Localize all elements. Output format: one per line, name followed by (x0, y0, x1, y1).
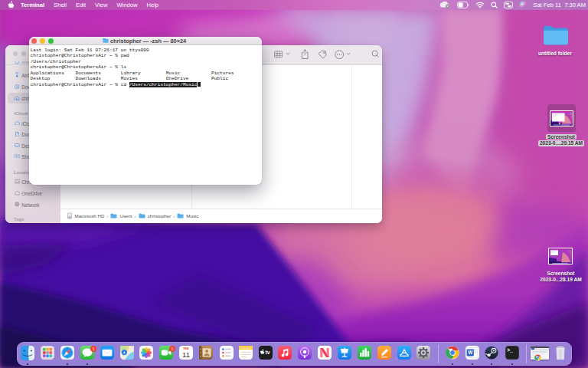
svg-text:tv: tv (265, 350, 270, 355)
svg-text:W: W (469, 350, 474, 355)
svg-text:>_: >_ (507, 348, 513, 353)
svg-text:1: 1 (172, 347, 174, 351)
svg-text:1: 1 (92, 347, 94, 351)
svg-text:11: 11 (182, 350, 190, 359)
